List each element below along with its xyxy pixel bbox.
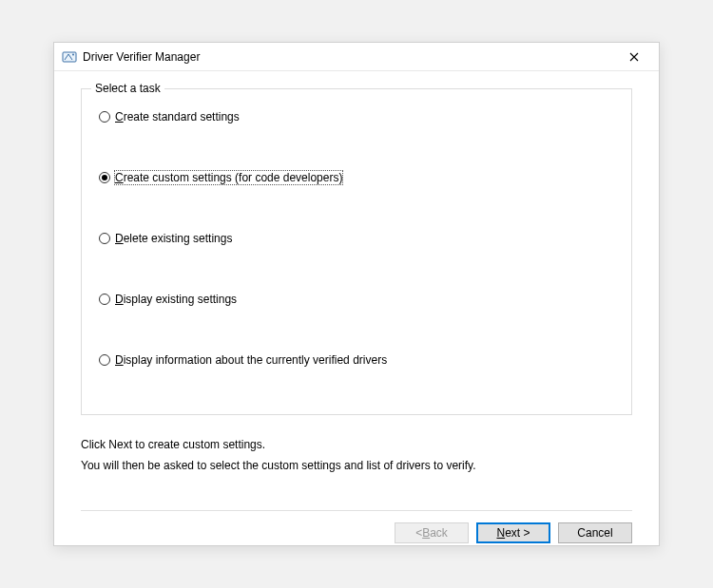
cancel-button[interactable]: Cancel [558, 522, 632, 543]
task-groupbox: Select a task Create standard settings C… [81, 88, 632, 415]
help-text: Click Next to create custom settings. Yo… [81, 434, 632, 476]
help-line-1: Click Next to create custom settings. [81, 434, 632, 455]
dialog-window: Driver Verifier Manager Select a task Cr… [53, 42, 660, 546]
next-button[interactable]: Next > [476, 522, 550, 543]
radio-create-standard[interactable]: Create standard settings [99, 110, 614, 123]
radio-label: Create custom settings (for code develop… [115, 171, 342, 184]
radio-label: Create standard settings [115, 110, 240, 123]
svg-rect-0 [63, 52, 76, 62]
cancel-label: Cancel [577, 526, 612, 540]
radio-label: Display existing settings [115, 293, 237, 306]
back-prefix: < [415, 526, 422, 540]
groupbox-legend: Select a task [91, 82, 164, 95]
radio-display-existing[interactable]: Display existing settings [99, 293, 614, 306]
radio-label: Delete existing settings [115, 232, 232, 245]
next-rest: ext > [505, 526, 530, 540]
radio-icon [99, 294, 110, 305]
svg-point-1 [72, 53, 74, 55]
radio-icon [99, 172, 110, 183]
radio-icon [99, 111, 110, 123]
window-title: Driver Verifier Manager [83, 50, 615, 64]
button-divider [81, 510, 632, 511]
button-row: < Back Next > Cancel [81, 522, 632, 543]
dialog-content: Select a task Create standard settings C… [54, 71, 659, 559]
close-icon [629, 52, 639, 62]
back-button: < Back [395, 522, 469, 543]
help-line-2: You will then be asked to select the cus… [81, 455, 632, 476]
back-mnemonic: B [422, 526, 430, 540]
radio-create-custom[interactable]: Create custom settings (for code develop… [99, 171, 614, 184]
radio-display-info[interactable]: Display information about the currently … [99, 353, 614, 367]
radio-label: Display information about the currently … [115, 353, 387, 367]
back-rest: ack [430, 526, 448, 540]
close-button[interactable] [615, 44, 653, 70]
next-mnemonic: N [496, 526, 505, 540]
app-icon [62, 49, 77, 65]
radio-icon [99, 354, 110, 366]
radio-delete-existing[interactable]: Delete existing settings [99, 232, 614, 245]
radio-icon [99, 233, 110, 244]
titlebar: Driver Verifier Manager [54, 43, 659, 71]
